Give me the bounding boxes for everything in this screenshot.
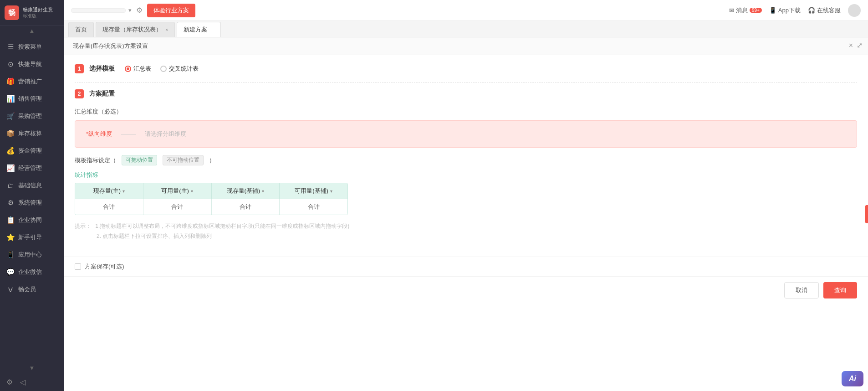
panel-title: 现存量(库存状况表)方案设置 [73,42,148,49]
main-wrapper: ▾ ⚙ 体验行业方案 ✉ 消息 99+ 📱 App下载 🎧 在线客服 首页 [64,0,868,391]
sidebar-item-label: 企业协同 [18,216,42,224]
sidebar-item-marketing[interactable]: 🎁 营销推广 [0,73,64,90]
sidebar-item-label: 经营管理 [18,164,42,172]
stats-col-3[interactable]: 可用量(基辅) ▾ [280,183,347,199]
messages-btn[interactable]: ✉ 消息 99+ [729,6,762,15]
cart-icon: 🛒 [6,112,15,120]
sidebar-item-label: 采购管理 [18,112,42,120]
sidebar-item-quick-nav[interactable]: ⊙ 快捷导航 [0,56,64,73]
close-window-btn[interactable]: × [849,41,853,50]
search-bar-area: ▾ [71,7,132,14]
radio-cross-label: 交叉统计表 [169,65,199,73]
stats-col-2[interactable]: 现存量(基辅) ▾ [212,183,280,199]
sidebar-scroll-down[interactable]: ▼ [0,363,64,373]
stats-cell-0-0: 合计 [75,199,143,215]
sidebar-item-finance[interactable]: 💰 资金管理 [0,142,64,159]
sidebar-item-search[interactable]: ☰ 搜索菜单 [0,38,64,56]
tab-new[interactable]: 新建方案 × [177,22,220,37]
vip-icon: V [6,286,15,293]
user-avatar[interactable] [848,4,861,17]
aggregate-label: 汇总维度（必选） [75,108,857,116]
step1-row: 1 选择模板 汇总表 交叉统计表 [75,64,857,73]
stats-table: 现存量(主) ▾ 可用量(主) ▾ 现存量(基辅) ▾ [75,183,348,215]
sidebar-item-corp[interactable]: 📋 企业协同 [0,211,64,229]
sidebar-scroll-up[interactable]: ▲ [0,26,64,36]
trial-btn[interactable]: 体验行业方案 [147,4,195,17]
right-edge-indicator [865,205,868,223]
radio-summary[interactable]: 汇总表 [125,65,151,73]
tab-new-label: 新建方案 [184,26,207,34]
app-icon: 📱 [6,251,15,259]
sidebar-item-new-guide[interactable]: ⭐ 新手引导 [0,229,64,246]
save-checkbox[interactable] [75,263,81,270]
sidebar-item-sales[interactable]: 📊 销售管理 [0,90,64,108]
step1-title: 选择模板 [89,65,115,73]
sidebar-item-purchase[interactable]: 🛒 采购管理 [0,108,64,125]
step1-badge: 1 [75,64,84,73]
sidebar-item-operation[interactable]: 📈 经营管理 [0,159,64,177]
sidebar-item-basic-info[interactable]: 🗂 基础信息 [0,177,64,194]
stats-cell-0-3: 合计 [280,199,347,215]
stats-col-1[interactable]: 可用量(主) ▾ [143,183,212,199]
collapse-icon[interactable]: ◁ [20,378,26,386]
app-download-label: App下载 [778,6,801,15]
stats-data-row-0: 合计 合计 合计 合计 [75,199,347,215]
topbar-left: ▾ ⚙ 体验行业方案 [71,4,195,17]
sidebar-item-system[interactable]: ⚙ 系统管理 [0,194,64,211]
box-icon: 📦 [6,129,15,138]
sidebar-item-corp-weixin[interactable]: 💬 企业微信 [0,263,64,281]
topbar: ▾ ⚙ 体验行业方案 ✉ 消息 99+ 📱 App下载 🎧 在线客服 [64,0,868,21]
tip-item-1: 提示： 1.拖动标题栏可以调整布局，不可跨维度或指标区域拖动栏目字段(只能在同一… [75,221,857,232]
topbar-dropdown-icon[interactable]: ▾ [128,7,132,14]
template-radio-group: 汇总表 交叉统计表 [125,65,199,73]
sidebar-item-label: 搜索菜单 [18,43,42,51]
sidebar-item-inventory[interactable]: 📦 库存核算 [0,125,64,142]
ai-button[interactable]: Ai [842,371,863,386]
sidebar-item-app-center[interactable]: 📱 应用中心 [0,246,64,263]
tab-new-close[interactable]: × [211,27,214,32]
topbar-gear-icon[interactable]: ⚙ [136,6,143,15]
topbar-right: ✉ 消息 99+ 📱 App下载 🎧 在线客服 [729,4,861,17]
radio-summary-circle [125,66,131,72]
dimension-placeholder[interactable]: 请选择分组维度 [145,130,186,138]
app-download-btn[interactable]: 📱 App下载 [769,6,801,15]
online-service-btn[interactable]: 🎧 在线客服 [808,6,841,15]
step2-badge: 2 [75,89,84,98]
sidebar-header: 畅 畅康通好生意 标准版 [0,0,64,26]
sidebar-item-membership[interactable]: V 畅会员 [0,281,64,298]
stats-col-0[interactable]: 现存量(主) ▾ [75,183,143,199]
expand-window-btn[interactable]: ⤢ [857,41,863,50]
tips-section: 提示： 1.拖动标题栏可以调整布局，不可跨维度或指标区域拖动栏目字段(只能在同一… [75,221,857,241]
system-icon: ⚙ [6,199,15,207]
tab-inventory[interactable]: 现存量（库存状况表） × [96,22,175,37]
panel: × ⤢ 现存量(库存状况表)方案设置 1 选择模板 汇总表 [64,37,868,391]
radio-cross[interactable]: 交叉统计表 [160,65,199,73]
config-section: 汇总维度（必选） *纵向维度 —— 请选择分组维度 模板指标设定（ 可拖动位置 … [75,108,857,241]
sidebar: 畅 畅康通好生意 标准版 ▲ ☰ 搜索菜单 ⊙ 快捷导航 🎁 营销推广 📊 销售… [0,0,64,391]
online-service-label: 在线客服 [817,6,841,15]
corp-icon: 📋 [6,216,15,224]
sidebar-item-label: 新手引导 [18,233,42,242]
settings-icon[interactable]: ⚙ [6,378,13,386]
save-label: 方案保存(可选) [85,262,124,271]
sidebar-item-label: 库存核算 [18,129,42,138]
tab-inventory-close[interactable]: × [165,27,168,32]
tab-home[interactable]: 首页 [68,22,94,37]
tab-inventory-label: 现存量（库存状况表） [102,26,162,34]
search-input[interactable] [71,8,126,13]
sidebar-item-label: 基础信息 [18,181,42,190]
stats-title: 统计指标 [75,171,857,179]
indicator-fixed-badge: 不可拖动位置 [163,155,204,165]
tab-home-label: 首页 [75,26,87,34]
app-name: 畅康通好生意 [23,6,53,13]
query-button[interactable]: 查询 [823,282,857,298]
sidebar-item-label: 资金管理 [18,147,42,155]
save-row: 方案保存(可选) [64,257,868,276]
dimension-required: *纵向维度 [86,130,112,138]
star-icon: ⭐ [6,233,15,242]
cancel-button[interactable]: 取消 [784,282,819,298]
home-icon: ⊙ [6,60,15,68]
sidebar-item-label: 应用中心 [18,251,42,259]
gift-icon: 🎁 [6,77,15,86]
indicator-setting-row: 模板指标设定（ 可拖动位置 不可拖动位置 ） [75,155,857,165]
